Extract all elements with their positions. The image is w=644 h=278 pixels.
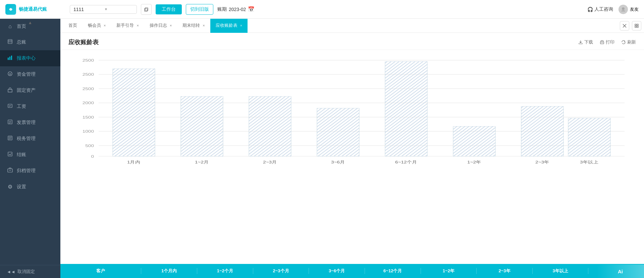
sidebar-label-payroll: 工资 <box>17 103 26 110</box>
scroll-up-indicator: ▲ <box>0 19 60 26</box>
tab-aging-label: 应收账龄表 <box>216 22 237 28</box>
svg-rect-29 <box>635 24 636 25</box>
tab-home[interactable]: 首页 <box>63 19 83 33</box>
archive-icon <box>7 167 13 174</box>
footer-col-6-12m: 6~12个月 <box>365 268 421 274</box>
calendar-icon[interactable]: 📅 <box>248 6 255 12</box>
svg-rect-12 <box>8 104 12 108</box>
sidebar-label-tax: 税务管理 <box>17 136 36 142</box>
chart-container: 2500 2500 2500 2000 1500 1000 500 0 <box>70 57 634 170</box>
sidebar-item-archive[interactable]: 归档管理 <box>0 163 60 179</box>
svg-text:1000: 1000 <box>83 129 94 134</box>
svg-rect-58 <box>317 108 359 156</box>
sidebar-label-assets: 固定资产 <box>17 87 36 93</box>
invoice-icon <box>7 119 13 126</box>
svg-text:2500: 2500 <box>83 72 94 77</box>
period-value: 2023-02 <box>229 7 246 12</box>
content-area: 首页 畅会员 × 新手引导 × 操作日志 × 期末结转 × 应收账龄表 × <box>60 19 644 278</box>
svg-rect-6 <box>8 58 9 60</box>
ai-badge[interactable]: Ai <box>597 265 644 278</box>
sidebar-label-settlement: 结账 <box>17 152 26 158</box>
svg-rect-23 <box>8 152 12 156</box>
svg-text:2000: 2000 <box>83 101 94 105</box>
svg-rect-66 <box>568 118 610 156</box>
svg-text:1月内: 1月内 <box>127 160 141 164</box>
switch-version-button[interactable]: 切到旧版 <box>186 4 213 15</box>
page-content: 应收账龄表 下载 打印 刷新 <box>60 33 644 264</box>
table-footer: 客户 1个月内 1~2个月 2~3个月 3~6个月 6~12个月 1~2年 2~… <box>60 264 644 278</box>
copy-icon <box>144 7 149 12</box>
sidebar-item-tax[interactable]: 税务管理 <box>0 131 60 147</box>
page-actions: 下载 打印 刷新 <box>578 39 636 45</box>
refresh-button[interactable]: 刷新 <box>621 39 636 45</box>
footer-col-customer: 客户 <box>60 268 141 274</box>
svg-rect-8 <box>11 56 12 60</box>
settlement-icon <box>7 151 13 158</box>
svg-text:3年以上: 3年以上 <box>580 160 599 164</box>
svg-rect-60 <box>385 62 427 156</box>
sidebar-item-reports[interactable]: 报表中心 <box>0 50 60 66</box>
footer-col-1-2m: 1~2个月 <box>197 268 253 274</box>
settings-icon: ⚙ <box>7 184 13 190</box>
tab-actions <box>620 21 641 30</box>
workbench-button[interactable]: 工作台 <box>156 4 182 14</box>
sidebar-item-invoice[interactable]: 发票管理 <box>0 115 60 131</box>
user-area[interactable]: 友友 <box>619 5 639 14</box>
tab-oplog-label: 操作日志 <box>150 22 167 28</box>
sidebar-label-invoice: 发票管理 <box>17 120 36 126</box>
sidebar-item-settings[interactable]: ⚙ 设置 <box>0 179 60 195</box>
download-icon <box>578 40 583 45</box>
tab-period-end-close[interactable]: × <box>203 23 205 27</box>
print-button[interactable]: 打印 <box>600 39 614 45</box>
svg-rect-56 <box>249 96 291 156</box>
print-icon <box>600 40 604 45</box>
tab-member[interactable]: 畅会员 × <box>83 19 111 33</box>
cancel-fixed[interactable]: ◄◄ 取消固定 <box>0 265 60 278</box>
sidebar-label-reports: 报表中心 <box>17 55 36 61</box>
svg-rect-0 <box>145 8 147 11</box>
consult-button[interactable]: 🎧 人工咨询 <box>587 6 613 12</box>
copy-button[interactable] <box>141 4 152 15</box>
close-all-button[interactable] <box>620 21 629 30</box>
svg-rect-3 <box>8 40 12 44</box>
sidebar-label-settings: 设置 <box>17 184 26 190</box>
tab-guide-label: 新手引导 <box>116 22 134 28</box>
sidebar-item-assets[interactable]: 固定资产 <box>0 82 60 98</box>
sidebar-item-settlement[interactable]: 结账 <box>0 147 60 163</box>
user-name: 友友 <box>630 6 639 12</box>
tab-aging[interactable]: 应收账龄表 × <box>210 19 248 33</box>
sidebar-label-ledger: 总账 <box>17 39 26 45</box>
main-layout: ▲ ⌂ 首页 总账 报表中心 ¥ 资金管理 固定资产 <box>0 19 644 278</box>
sidebar-label-archive: 归档管理 <box>17 168 36 174</box>
tab-guide[interactable]: 新手引导 × <box>111 19 144 33</box>
company-selector[interactable]: 1111 ▼ <box>70 5 137 14</box>
tab-period-end[interactable]: 期末结转 × <box>177 19 210 33</box>
footer-col-1-2y: 1~2年 <box>421 268 477 274</box>
refresh-icon <box>621 40 626 45</box>
avatar <box>619 5 628 14</box>
tab-member-close[interactable]: × <box>104 23 106 27</box>
header-right: 🎧 人工咨询 友友 <box>587 5 639 14</box>
tab-oplog[interactable]: 操作日志 × <box>144 19 177 33</box>
tab-oplog-close[interactable]: × <box>170 23 172 27</box>
sidebar-item-funds[interactable]: ¥ 资金管理 <box>0 66 60 82</box>
funds-icon: ¥ <box>7 71 13 78</box>
tab-period-end-label: 期末结转 <box>182 22 200 28</box>
ledger-icon <box>7 39 13 46</box>
tab-home-label: 首页 <box>68 22 77 28</box>
tab-guide-close[interactable]: × <box>137 23 139 27</box>
footer-col-2-3y: 2~3年 <box>477 268 533 274</box>
svg-rect-54 <box>181 96 223 156</box>
download-button[interactable]: 下载 <box>578 39 593 45</box>
sidebar-item-payroll[interactable]: 工资 <box>0 98 60 115</box>
tab-aging-close[interactable]: × <box>240 23 242 27</box>
expand-icon <box>635 24 639 28</box>
expand-button[interactable] <box>632 21 641 30</box>
logo-text: 畅捷通易代账 <box>19 6 47 12</box>
tax-icon <box>7 135 13 142</box>
pin-icon: ◄◄ <box>7 269 15 274</box>
top-header: 畅捷通易代账 1111 ▼ 工作台 切到旧版 账期 2023-02 📅 🎧 人工… <box>0 0 644 19</box>
sidebar-item-ledger[interactable]: 总账 <box>0 34 60 50</box>
sidebar: ▲ ⌂ 首页 总账 报表中心 ¥ 资金管理 固定资产 <box>0 19 60 278</box>
svg-rect-11 <box>8 89 12 92</box>
